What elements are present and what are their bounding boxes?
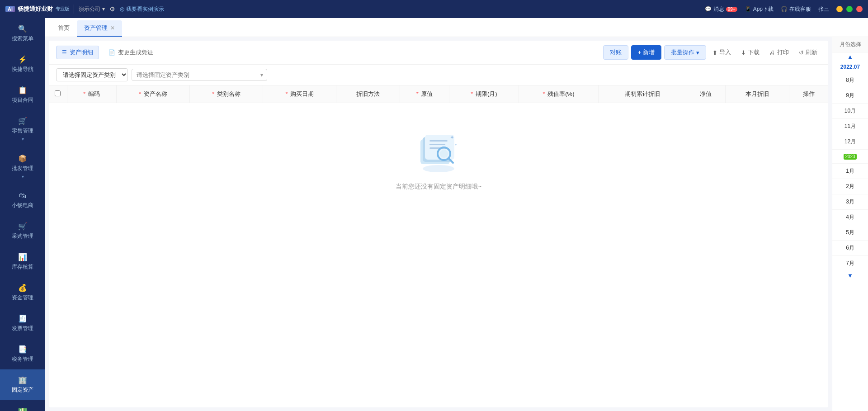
- import-button[interactable]: ⬆ 导入: [709, 47, 735, 58]
- month-9-label: 9月: [846, 92, 854, 99]
- category-input[interactable]: [132, 69, 257, 80]
- sub-tab-change-voucher[interactable]: 📄 变更生成凭证: [103, 46, 159, 59]
- app-download-label: App下载: [753, 5, 774, 13]
- settings-icon[interactable]: ⚙: [109, 5, 115, 13]
- sidebar-item-finance[interactable]: 💰 资金管理: [0, 277, 45, 308]
- category-type-select[interactable]: 请选择固定资产类别房屋建筑物机器设备运输工具电子设备其他: [56, 68, 128, 81]
- th-category: * 类别名称: [190, 85, 263, 103]
- th-depreciation-method: 折旧方法: [336, 85, 400, 103]
- maximize-button[interactable]: [846, 6, 853, 12]
- refresh-icon: ↺: [799, 49, 804, 56]
- finance-icon: 💰: [18, 283, 27, 292]
- svg-rect-5: [429, 144, 445, 145]
- main-panel: ☰ 资产明细 📄 变更生成凭证 对账 + 新增: [49, 41, 828, 407]
- print-button[interactable]: 🖨 打印: [766, 47, 793, 58]
- select-all-checkbox[interactable]: [55, 90, 61, 96]
- month-11-label: 11月: [844, 123, 856, 129]
- month-8-label: 8月: [846, 77, 854, 83]
- user-info[interactable]: 张三: [818, 5, 829, 13]
- tab-home[interactable]: 首页: [51, 20, 77, 37]
- th-operation: 操作: [789, 85, 828, 103]
- th-monthly-depreciation: 本月折旧: [726, 85, 789, 103]
- sidebar-item-quicknav[interactable]: ⚡ 快捷导航: [0, 49, 45, 80]
- sidebar: 🔍 搜索菜单 ⚡ 快捷导航 📋 项目合同 🛒 零售管理 ▾ 📦 批发管理 ▾ 🛍…: [0, 18, 45, 411]
- ecommerce-icon: 🛍: [19, 192, 26, 200]
- refresh-button[interactable]: ↺ 刷新: [795, 47, 821, 58]
- app-download-button[interactable]: 📱 App下载: [745, 5, 774, 13]
- empty-state-cell: ✦ ✦ 当前您还没有固定资产明细哦~: [49, 103, 828, 218]
- download-button[interactable]: ⬇ 下载: [737, 47, 763, 58]
- sidebar-item-tax[interactable]: 📑 税务管理: [0, 339, 45, 369]
- svg-point-0: [423, 165, 454, 172]
- app-subtitle: 专业版: [56, 6, 69, 12]
- sidebar-item-wholesale[interactable]: 📦 批发管理 ▾: [0, 148, 45, 185]
- sidebar-item-finance-label: 资金管理: [12, 294, 33, 302]
- sidebar-item-retail[interactable]: 🛒 零售管理 ▾: [0, 110, 45, 148]
- table-header-row: * 编码 * 资产名称 * 类别名称: [49, 85, 828, 103]
- company-selector[interactable]: 演示公司 ▾: [79, 5, 105, 13]
- message-button[interactable]: 💬 消息 99+: [705, 5, 737, 13]
- top-bar: Ai 畅捷通好业财 专业版 演示公司 ▾ ⚙ ◎ 我要看实例演示 💬 消息 99…: [0, 0, 868, 18]
- empty-state: ✦ ✦ 当前您还没有固定资产明细哦~: [49, 103, 828, 218]
- sidebar-item-tax-label: 税务管理: [12, 355, 33, 363]
- month-item-2023-6[interactable]: 6月: [832, 241, 868, 256]
- sidebar-item-invoice[interactable]: 🧾 发票管理: [0, 308, 45, 339]
- separator: [74, 5, 74, 14]
- month-panel-title: 月份选择: [840, 41, 861, 47]
- month-item-11[interactable]: 11月: [832, 119, 868, 134]
- sidebar-item-project-label: 项目合同: [12, 96, 33, 104]
- sidebar-item-fixed-assets[interactable]: 🏢 固定资产: [0, 369, 45, 400]
- month-item-2023-5[interactable]: 5月: [832, 225, 868, 241]
- phone-icon: 📱: [745, 6, 751, 12]
- month-item-2023-4[interactable]: 4月: [832, 210, 868, 225]
- purchase-icon: 🛒: [18, 222, 27, 231]
- sidebar-item-inventory[interactable]: 📊 库存核算: [0, 246, 45, 277]
- th-accumulated-depreciation: 期初累计折旧: [599, 85, 686, 103]
- month-item-2023-2[interactable]: 2月: [832, 179, 868, 194]
- sidebar-item-purchase[interactable]: 🛒 采购管理: [0, 216, 45, 246]
- doc-icon: 📄: [108, 49, 115, 56]
- month-nav-down[interactable]: ▼: [832, 271, 868, 280]
- reconcile-button[interactable]: 对账: [603, 45, 628, 60]
- th-accumulated-depreciation-label: 期初累计折旧: [625, 90, 660, 97]
- tab-close-icon[interactable]: ✕: [110, 25, 115, 31]
- svg-point-8: [440, 150, 448, 158]
- sidebar-item-search[interactable]: 🔍 搜索菜单: [0, 18, 45, 49]
- month-12-label: 12月: [844, 138, 856, 145]
- month-item-9[interactable]: 9月: [832, 88, 868, 104]
- month-item-10[interactable]: 10月: [832, 104, 868, 119]
- add-button[interactable]: + 新增: [631, 45, 661, 60]
- month-nav-up[interactable]: ▲: [832, 52, 868, 61]
- sidebar-item-project[interactable]: 📋 项目合同: [0, 80, 45, 110]
- category-dropdown-icon[interactable]: ▾: [257, 70, 267, 80]
- month-2023-3-label: 3月: [846, 198, 854, 205]
- close-button[interactable]: [856, 6, 863, 12]
- demo-link[interactable]: ◎ 我要看实例演示: [120, 5, 164, 13]
- month-panel-header: 月份选择: [832, 37, 868, 52]
- invoice-icon: 🧾: [18, 314, 27, 323]
- tab-asset-management[interactable]: 资产管理 ✕: [77, 20, 122, 37]
- sub-tab-asset-detail[interactable]: ☰ 资产明细: [56, 46, 99, 59]
- sidebar-item-payroll[interactable]: 💵 工资: [0, 400, 45, 411]
- sidebar-item-ecommerce[interactable]: 🛍 小畅电商: [0, 185, 45, 216]
- demo-text: 我要看实例演示: [126, 5, 164, 13]
- month-item-12[interactable]: 12月: [832, 134, 868, 150]
- minimize-button[interactable]: [836, 6, 843, 12]
- headset-icon: 🎧: [781, 6, 788, 12]
- wholesale-icon: 📦: [18, 154, 27, 163]
- retail-icon: 🛒: [18, 117, 27, 125]
- sidebar-item-ecommerce-label: 小畅电商: [12, 202, 33, 209]
- sidebar-item-purchase-label: 采购管理: [12, 232, 33, 240]
- month-item-8[interactable]: 8月: [832, 73, 868, 88]
- month-item-2023-3[interactable]: 3月: [832, 194, 868, 210]
- print-label: 打印: [777, 48, 789, 57]
- month-item-2023-1[interactable]: 1月: [832, 164, 868, 179]
- sidebar-item-invoice-label: 发票管理: [12, 325, 33, 332]
- batch-button[interactable]: 批量操作 ▾: [664, 45, 706, 60]
- online-service-button[interactable]: 🎧 在线客服: [781, 5, 811, 13]
- th-depreciation-method-label: 折旧方法: [356, 90, 380, 97]
- month-item-2023-7[interactable]: 7月: [832, 256, 868, 271]
- page-content: ☰ 资产明细 📄 变更生成凭证 对账 + 新增: [45, 37, 868, 411]
- import-label: 导入: [719, 48, 731, 57]
- download-label: 下载: [748, 48, 760, 57]
